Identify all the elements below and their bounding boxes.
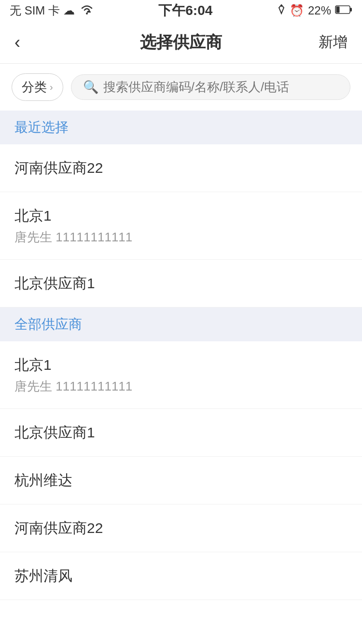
sim-status: 无 SIM 卡 ☁: [10, 3, 75, 18]
battery-percentage: 22%: [308, 4, 331, 17]
search-input[interactable]: [103, 80, 338, 95]
item-name: 河南供应商22: [14, 158, 348, 178]
all-items-list: 北京1唐先生 11111111111北京供应商1杭州维达河南供应商22苏州清风: [0, 341, 362, 600]
status-bar: 无 SIM 卡 ☁ 下午6:04 ⏰ 22%: [0, 0, 362, 21]
svg-rect-3: [336, 7, 339, 13]
alarm-icon: ⏰: [290, 4, 304, 17]
filter-bar: 分类 › 🔍: [0, 64, 362, 111]
list-item[interactable]: 河南供应商22: [0, 144, 362, 192]
item-name: 北京供应商1: [14, 273, 348, 294]
item-name: 北京供应商1: [14, 422, 348, 443]
recent-section-label: 最近选择: [14, 120, 69, 135]
status-left: 无 SIM 卡 ☁: [10, 3, 94, 18]
list-item[interactable]: 北京1唐先生 11111111111: [0, 341, 362, 409]
page-title: 选择供应商: [140, 31, 222, 54]
list-item[interactable]: 北京1唐先生 11111111111: [0, 192, 362, 260]
chevron-right-icon: ›: [50, 82, 53, 93]
item-name: 杭州维达: [14, 470, 348, 490]
recent-items-list: 河南供应商22北京1唐先生 11111111111北京供应商1: [0, 144, 362, 308]
battery-icon: [335, 4, 352, 17]
recent-section-header: 最近选择: [0, 111, 362, 144]
item-sub: 唐先生 11111111111: [14, 229, 348, 246]
search-icon: 🔍: [83, 80, 98, 95]
status-time: 下午6:04: [158, 1, 212, 20]
item-name: 苏州清风: [14, 566, 348, 586]
item-name: 北京1: [14, 206, 348, 226]
nav-bar: ‹ 选择供应商 新增: [0, 21, 362, 64]
location-icon: [277, 4, 286, 17]
item-sub: 唐先生 11111111111: [14, 378, 348, 395]
back-button[interactable]: ‹: [14, 32, 43, 53]
svg-point-0: [86, 13, 88, 14]
category-label: 分类: [22, 79, 47, 96]
item-name: 河南供应商22: [14, 518, 348, 538]
add-button[interactable]: 新增: [319, 32, 348, 52]
all-section-header: 全部供应商: [0, 308, 362, 341]
svg-rect-4: [350, 8, 352, 12]
list-item[interactable]: 杭州维达: [0, 457, 362, 504]
list-item[interactable]: 河南供应商22: [0, 504, 362, 552]
status-right: ⏰ 22%: [277, 4, 352, 17]
list-item[interactable]: 北京供应商1: [0, 409, 362, 457]
list-item[interactable]: 苏州清风: [0, 552, 362, 600]
all-section-label: 全部供应商: [14, 317, 82, 332]
list-item[interactable]: 北京供应商1: [0, 260, 362, 308]
search-box[interactable]: 🔍: [71, 74, 350, 100]
wifi-icon: [80, 4, 94, 17]
item-name: 北京1: [14, 355, 348, 375]
category-filter-button[interactable]: 分类 ›: [12, 73, 63, 101]
